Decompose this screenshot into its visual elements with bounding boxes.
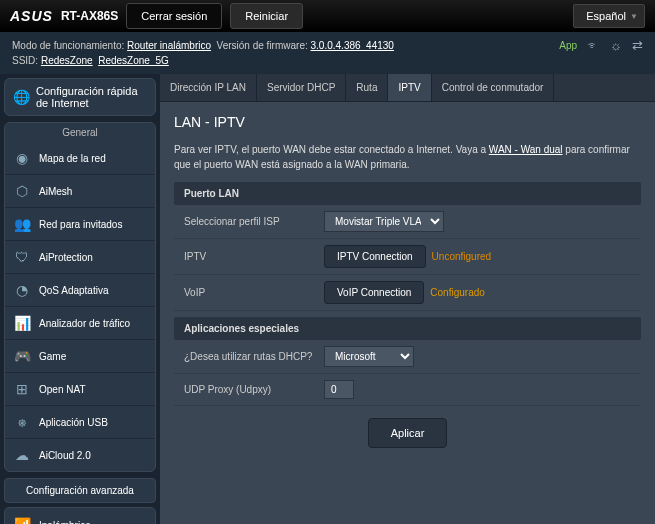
isp-profile-label: Seleccionar perfil ISP (184, 216, 324, 227)
sidebar-icon: ◔ (13, 281, 31, 299)
quick-setup-button[interactable]: 🌐 Configuración rápida de Internet (4, 78, 156, 116)
logout-button[interactable]: Cerrar sesión (126, 3, 222, 29)
sidebar-item-general-1[interactable]: ⬡AiMesh (5, 175, 155, 208)
voip-label: VoIP (184, 287, 324, 298)
tab-bar: Dirección IP LANServidor DHCPRutaIPTVCon… (160, 74, 655, 102)
link-status-icon[interactable]: ⇄ (632, 38, 643, 53)
sidebar-icon: ◉ (13, 149, 31, 167)
sidebar-icon: 📊 (13, 314, 31, 332)
sidebar-item-general-8[interactable]: ⎈Aplicación USB (5, 406, 155, 439)
sidebar-item-general-9[interactable]: ☁AiCloud 2.0 (5, 439, 155, 471)
voip-status: Configurado (430, 287, 484, 298)
sidebar-item-label: AiMesh (39, 186, 72, 197)
sidebar-icon: ⬡ (13, 182, 31, 200)
language-select[interactable]: Español (573, 4, 645, 28)
sidebar-item-label: Inalámbrico (39, 520, 91, 525)
advanced-heading: Configuración avanzada (4, 478, 156, 503)
sidebar-item-label: Red para invitados (39, 219, 122, 230)
sidebar-item-label: Open NAT (39, 384, 86, 395)
sidebar-item-general-3[interactable]: 🛡AiProtection (5, 241, 155, 274)
sidebar-icon: ⎈ (13, 413, 31, 431)
ssid1-value[interactable]: RedesZone (41, 55, 93, 66)
fw-value[interactable]: 3.0.0.4.386_44130 (311, 40, 394, 51)
reboot-button[interactable]: Reiniciar (230, 3, 303, 29)
wifi-status-icon[interactable]: ᯤ (587, 38, 600, 53)
quick-setup-label: Configuración rápida de Internet (36, 85, 147, 109)
sidebar-icon: ☁ (13, 446, 31, 464)
sidebar-item-general-2[interactable]: 👥Red para invitados (5, 208, 155, 241)
sidebar-item-label: Game (39, 351, 66, 362)
info-bar: Modo de funcionamiento: Router inalámbri… (0, 32, 655, 74)
sidebar-item-advanced-0[interactable]: 📶Inalámbrico (4, 507, 156, 524)
dhcp-routes-label: ¿Desea utilizar rutas DHCP? (184, 351, 324, 362)
sidebar-item-label: QoS Adaptativa (39, 285, 109, 296)
special-apps-section-header: Aplicaciones especiales (174, 317, 641, 340)
general-heading: General (5, 123, 155, 142)
dhcp-routes-select[interactable]: Microsoft (324, 346, 414, 367)
sidebar-item-label: AiCloud 2.0 (39, 450, 91, 461)
ssid-label: SSID: (12, 55, 38, 66)
iptv-label: IPTV (184, 251, 324, 262)
brand-logo: ASUS (10, 8, 53, 24)
page-title: LAN - IPTV (174, 114, 641, 130)
sidebar-item-label: Mapa de la red (39, 153, 106, 164)
voip-connection-button[interactable]: VoIP Connection (324, 281, 424, 304)
sidebar-icon: ⊞ (13, 380, 31, 398)
globe-icon: 🌐 (13, 88, 30, 106)
iptv-status: Unconfigured (432, 251, 491, 262)
page-description: Para ver IPTV, el puerto WAN debe estar … (174, 142, 641, 172)
tab-4[interactable]: Control de conmutador (432, 74, 555, 101)
fw-label: Versión de firmware: (217, 40, 308, 51)
main-panel: Dirección IP LANServidor DHCPRutaIPTVCon… (160, 74, 655, 524)
ssid2-value[interactable]: RedesZone_5G (98, 55, 169, 66)
sidebar-item-label: AiProtection (39, 252, 93, 263)
wan-dual-link[interactable]: WAN - Wan dual (489, 144, 563, 155)
sidebar-item-label: Analizador de tráfico (39, 318, 130, 329)
apply-button[interactable]: Aplicar (368, 418, 448, 448)
top-bar: ASUS RT-AX86S Cerrar sesión Reiniciar Es… (0, 0, 655, 32)
sidebar-icon: 🛡 (13, 248, 31, 266)
udpxy-input[interactable] (324, 380, 354, 399)
app-link[interactable]: App (559, 40, 577, 51)
tab-0[interactable]: Dirección IP LAN (160, 74, 257, 101)
model-label: RT-AX86S (61, 9, 118, 23)
lan-port-section-header: Puerto LAN (174, 182, 641, 205)
sidebar-item-general-6[interactable]: 🎮Game (5, 340, 155, 373)
sidebar: 🌐 Configuración rápida de Internet Gener… (0, 74, 160, 524)
mode-value[interactable]: Router inalámbrico (127, 40, 211, 51)
sidebar-item-general-7[interactable]: ⊞Open NAT (5, 373, 155, 406)
tab-2[interactable]: Ruta (346, 74, 388, 101)
udpxy-label: UDP Proxy (Udpxy) (184, 384, 324, 395)
tab-3[interactable]: IPTV (388, 74, 431, 101)
sidebar-item-general-4[interactable]: ◔QoS Adaptativa (5, 274, 155, 307)
sidebar-item-general-5[interactable]: 📊Analizador de tráfico (5, 307, 155, 340)
isp-profile-select[interactable]: Movistar Triple VLAN (324, 211, 444, 232)
led-status-icon[interactable]: ☼ (610, 38, 622, 53)
mode-label: Modo de funcionamiento: (12, 40, 124, 51)
sidebar-icon: 👥 (13, 215, 31, 233)
sidebar-icon: 🎮 (13, 347, 31, 365)
sidebar-item-general-0[interactable]: ◉Mapa de la red (5, 142, 155, 175)
tab-1[interactable]: Servidor DHCP (257, 74, 346, 101)
iptv-connection-button[interactable]: IPTV Connection (324, 245, 426, 268)
sidebar-icon: 📶 (13, 516, 31, 524)
sidebar-item-label: Aplicación USB (39, 417, 108, 428)
